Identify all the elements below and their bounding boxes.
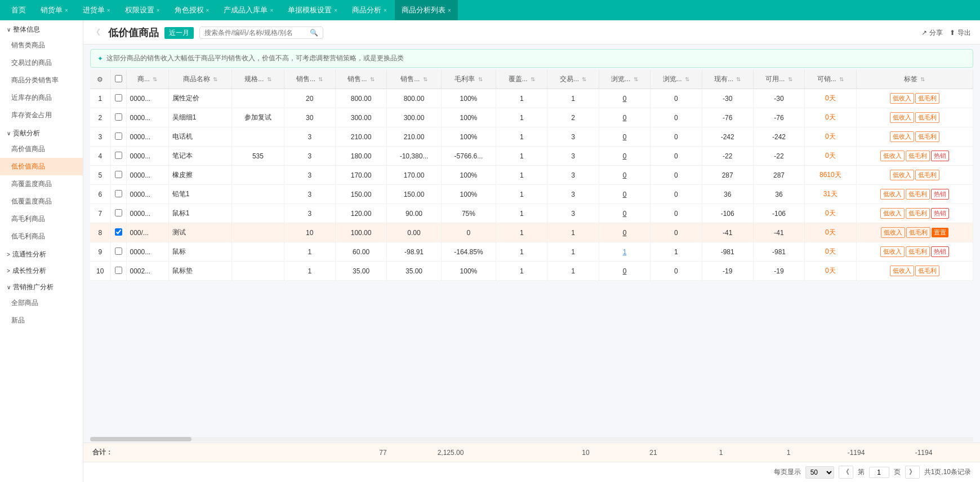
row-select-checkbox[interactable]: [115, 247, 122, 255]
row-checkbox[interactable]: [110, 262, 126, 281]
tag-hot: 热销: [931, 246, 949, 257]
row-select-checkbox[interactable]: [115, 228, 122, 236]
horizontal-scrollbar[interactable]: [90, 437, 973, 441]
col-settings[interactable]: ⚙: [90, 70, 110, 89]
row-select-checkbox[interactable]: [115, 209, 122, 216]
close-icon[interactable]: ×: [206, 7, 210, 14]
nav-product-analysis-list[interactable]: 商品分析列表 ×: [395, 0, 458, 20]
row-select-checkbox[interactable]: [115, 113, 122, 121]
sidebar-item-low-coverage[interactable]: 低覆盖度商品: [0, 193, 83, 210]
close-icon[interactable]: ×: [334, 7, 337, 14]
row-select-checkbox[interactable]: [115, 152, 122, 159]
row-select-checkbox[interactable]: [115, 267, 122, 274]
sidebar-item-low-margin[interactable]: 低毛利商品: [0, 228, 83, 245]
close-icon[interactable]: ×: [157, 7, 160, 14]
sidebar-section-contribution[interactable]: ∨ 贡献分析: [0, 124, 83, 140]
row-spec: [232, 166, 284, 185]
nav-template-setting[interactable]: 单据模板设置 ×: [281, 0, 344, 20]
col-tags[interactable]: 标签 ⇅: [856, 70, 973, 89]
row-select-checkbox[interactable]: [115, 132, 122, 140]
nav-product-analysis[interactable]: 商品分析 ×: [345, 0, 394, 20]
row-checkbox[interactable]: [110, 166, 126, 185]
row-checkbox[interactable]: [110, 185, 126, 204]
col-view2[interactable]: 浏览... ⇅: [651, 70, 702, 89]
sidebar-item-sales-goods[interactable]: 销售类商品: [0, 37, 83, 54]
row-sale1: 210.00: [335, 127, 386, 147]
col-sale2[interactable]: 销售... ⇅: [387, 70, 441, 89]
row-checkbox[interactable]: [110, 127, 126, 147]
col-qty[interactable]: 销售... ⇅: [284, 70, 335, 89]
row-view1[interactable]: 1: [599, 242, 650, 262]
row-spec: [232, 204, 284, 223]
sidebar-section-overall[interactable]: ∨ 整体信息: [0, 20, 83, 37]
period-badge[interactable]: 近一月: [164, 27, 194, 39]
sidebar-item-high-value[interactable]: 高价值商品: [0, 140, 83, 158]
row-select-checkbox[interactable]: [115, 171, 122, 178]
row-code: 0000...: [126, 166, 168, 185]
first-page-button[interactable]: 《: [839, 466, 853, 479]
sidebar-item-high-coverage[interactable]: 高覆盖度商品: [0, 175, 83, 193]
sidebar-section-liquidity[interactable]: > 流通性分析: [0, 245, 83, 262]
sidebar-item-category-sales[interactable]: 商品分类销售率: [0, 72, 83, 89]
col-code[interactable]: 商... ⇅: [126, 70, 168, 89]
close-icon[interactable]: ×: [107, 7, 110, 14]
close-icon[interactable]: ×: [384, 7, 387, 14]
col-stock1[interactable]: 现有... ⇅: [702, 70, 753, 89]
search-icon[interactable]: 🔍: [310, 29, 318, 37]
row-checkbox[interactable]: [110, 223, 126, 242]
sidebar-item-low-stock[interactable]: 近库存的商品: [0, 89, 83, 107]
col-coverage[interactable]: 覆盖... ⇅: [496, 70, 547, 89]
nav-product-warehouse[interactable]: 产成品入库单 ×: [217, 0, 280, 20]
sidebar-item-stock-capital[interactable]: 库存资金占用: [0, 107, 83, 124]
nav-role-auth[interactable]: 角色授权 ×: [168, 0, 216, 20]
footer-stock1: -1194: [839, 449, 873, 457]
sidebar-section-marketing[interactable]: ∨ 营销推广分析: [0, 278, 83, 294]
per-page-select[interactable]: 50 100 200: [805, 466, 834, 479]
row-checkbox[interactable]: [110, 147, 126, 166]
sidebar-item-traded-goods[interactable]: 交易过的商品: [0, 54, 83, 72]
col-margin[interactable]: 毛利率 ⇅: [441, 70, 496, 89]
col-stock2[interactable]: 可用... ⇅: [753, 70, 804, 89]
search-input[interactable]: [204, 29, 306, 37]
export-button[interactable]: ⬆ 导出: [950, 28, 971, 38]
scrollbar-thumb[interactable]: [90, 437, 191, 441]
nav-permission[interactable]: 权限设置 ×: [118, 0, 167, 20]
col-view1[interactable]: 浏览... ⇅: [599, 70, 650, 89]
sidebar-item-all-goods[interactable]: 全部商品: [0, 294, 83, 312]
row-checkbox[interactable]: [110, 204, 126, 223]
row-sale1: 300.00: [335, 108, 386, 127]
col-trade[interactable]: 交易... ⇅: [547, 70, 599, 89]
close-icon[interactable]: ×: [448, 7, 451, 14]
share-button[interactable]: ↗ 分享: [921, 28, 943, 38]
col-name[interactable]: 商品名称 ⇅: [168, 70, 232, 89]
nav-home[interactable]: 首页: [5, 0, 33, 20]
sidebar-toggle-button[interactable]: 《: [92, 28, 100, 38]
row-select-checkbox[interactable]: [115, 94, 122, 101]
col-sale1[interactable]: 销售... ⇅: [335, 70, 386, 89]
share-icon: ↗: [921, 29, 927, 37]
sidebar-item-low-value[interactable]: 低价值商品: [0, 158, 83, 175]
page-number-input[interactable]: [869, 467, 889, 478]
nav-sales-order[interactable]: 销货单 ×: [34, 0, 75, 20]
table-row: 8 000/... 测试 10 100.00 0.00 0 1 1 0 0 -4…: [90, 223, 973, 242]
col-spec[interactable]: 规格... ⇅: [232, 70, 284, 89]
row-stock1: -981: [702, 242, 753, 262]
row-checkbox[interactable]: [110, 108, 126, 127]
row-sale2: 150.00: [387, 185, 441, 204]
close-icon[interactable]: ×: [65, 7, 68, 14]
nav-purchase-order[interactable]: 进货单 ×: [76, 0, 117, 20]
next-page-button[interactable]: 》: [905, 466, 920, 479]
tag-label: 低收入: [880, 208, 905, 219]
row-checkbox[interactable]: [110, 242, 126, 262]
sidebar-section-growth[interactable]: > 成长性分析: [0, 262, 83, 278]
row-name: 笔记本: [168, 147, 232, 166]
row-select-checkbox[interactable]: [115, 190, 122, 197]
col-days[interactable]: 可销... ⇅: [805, 70, 856, 89]
row-checkbox[interactable]: [110, 89, 126, 108]
sidebar-item-high-margin[interactable]: 高毛利商品: [0, 210, 83, 228]
sidebar-item-new-goods[interactable]: 新品: [0, 312, 83, 329]
select-all-checkbox[interactable]: [115, 75, 122, 82]
table-row: 2 0000... 吴细细1 参加复试 30 300.00 300.00 100…: [90, 108, 973, 127]
row-code: 0000...: [126, 89, 168, 108]
close-icon[interactable]: ×: [270, 7, 273, 14]
